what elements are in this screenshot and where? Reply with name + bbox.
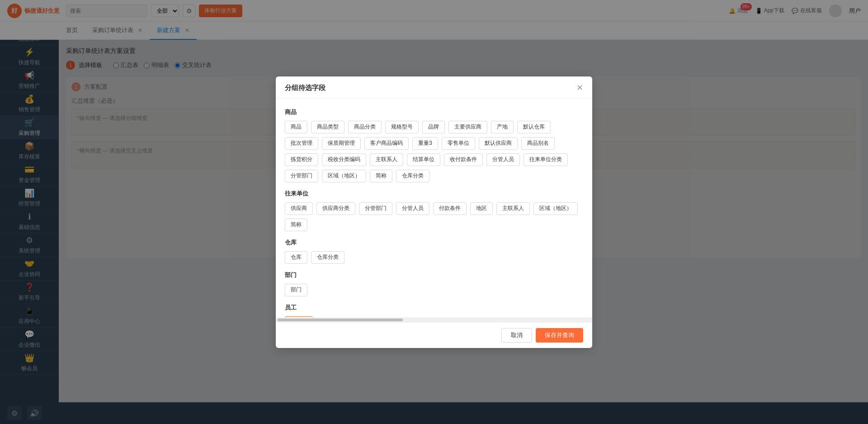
modal-header: 分组待选字段 ✕	[276, 76, 592, 98]
field-tag-batch-mgmt[interactable]: 批次管理	[285, 137, 318, 150]
section-title-warehouse: 仓库	[285, 238, 583, 247]
field-grid-partners: 供应商 供应商分类 分管部门 分管人员 付款条件 地区 主联系人 区域（地区） …	[285, 202, 583, 231]
modal-title: 分组待选字段	[285, 84, 326, 92]
modal-body: 商品 商品 商品类型 商品分类 规格型号 品牌 主要供应商 产地 默认仓库 批次…	[276, 98, 592, 318]
field-tag-product-type[interactable]: 商品类型	[311, 121, 344, 133]
field-grid-warehouse: 仓库 仓库分类	[285, 251, 583, 264]
field-tag-brand[interactable]: 品牌	[422, 121, 445, 133]
field-tag-dept2[interactable]: 分管部门	[359, 202, 392, 215]
section-title-employee: 员工	[285, 304, 583, 312]
field-tag-retail-unit[interactable]: 零售单位	[442, 137, 475, 150]
field-tag-dept[interactable]: 分管部门	[285, 170, 318, 182]
field-tag-region2[interactable]: 区域（地区）	[533, 202, 578, 215]
field-tag-weight[interactable]: 重量3	[412, 137, 438, 150]
modal-overlay: 分组待选字段 ✕ 商品 商品 商品类型 商品分类 规格型号 品牌 主要供应商 产…	[0, 0, 868, 424]
section-title-partners: 往来单位	[285, 190, 583, 198]
modal-dialog: 分组待选字段 ✕ 商品 商品 商品类型 商品分类 规格型号 品牌 主要供应商 产…	[276, 76, 592, 348]
field-tag-settlement-unit[interactable]: 结算单位	[407, 153, 440, 166]
cancel-button[interactable]: 取消	[501, 328, 532, 343]
field-grid-products: 商品 商品类型 商品分类 规格型号 品牌 主要供应商 产地 默认仓库 批次管理 …	[285, 121, 583, 182]
field-tag-quality-mgmt[interactable]: 保质期管理	[322, 137, 361, 150]
field-tag-person2[interactable]: 分管人员	[396, 202, 429, 215]
field-tag-product-alias[interactable]: 商品别名	[521, 137, 555, 150]
field-tag-department[interactable]: 部门	[285, 284, 307, 296]
field-tag-pick-points[interactable]: 拣货积分	[285, 153, 318, 166]
field-tag-product[interactable]: 商品	[285, 121, 307, 133]
field-tag-product-category[interactable]: 商品分类	[348, 121, 382, 133]
confirm-button[interactable]: 保存并查询	[536, 328, 583, 343]
section-title-dept: 部门	[285, 271, 583, 279]
modal-footer: 取消 保存并查询	[276, 322, 592, 348]
field-tag-payment-terms[interactable]: 收付款条件	[444, 153, 483, 166]
field-tag-warehouse-cat[interactable]: 仓库分类	[311, 251, 344, 264]
field-tag-main-supplier[interactable]: 主要供应商	[448, 121, 487, 133]
field-tag-payment-cond[interactable]: 付款条件	[433, 202, 467, 215]
field-tag-supplier[interactable]: 供应商	[285, 202, 313, 215]
field-tag-default-warehouse[interactable]: 默认仓库	[517, 121, 551, 133]
field-tag-origin[interactable]: 产地	[491, 121, 514, 133]
field-tag-area[interactable]: 地区	[470, 202, 493, 215]
field-tag-customer-code[interactable]: 客户商品编码	[364, 137, 409, 150]
field-tag-tax-code[interactable]: 税收分类编码	[322, 153, 366, 166]
field-tag-supplier-category[interactable]: 供应商分类	[316, 202, 355, 215]
horizontal-scrollbar[interactable]	[276, 318, 592, 322]
section-title-products: 商品	[285, 108, 583, 116]
field-tag-main-contact2[interactable]: 主联系人	[496, 202, 530, 215]
field-tag-abbr[interactable]: 简称	[370, 170, 392, 182]
field-tag-manager[interactable]: 分管人员	[486, 153, 520, 166]
field-tag-region[interactable]: 区域（地区）	[322, 170, 366, 182]
modal-close-button[interactable]: ✕	[576, 84, 583, 92]
field-tag-default-supplier[interactable]: 默认供应商	[479, 137, 518, 150]
field-tag-main-contact[interactable]: 主联系人	[370, 153, 403, 166]
field-tag-warehouse-name[interactable]: 仓库	[285, 251, 307, 264]
field-tag-partner-category[interactable]: 往来单位分类	[524, 153, 568, 166]
field-grid-dept: 部门	[285, 284, 583, 296]
field-tag-abbr2[interactable]: 简称	[285, 219, 307, 231]
field-tag-spec-model[interactable]: 规格型号	[385, 121, 419, 133]
scroll-thumb	[278, 319, 403, 321]
field-tag-warehouse-category[interactable]: 仓库分类	[396, 170, 429, 182]
